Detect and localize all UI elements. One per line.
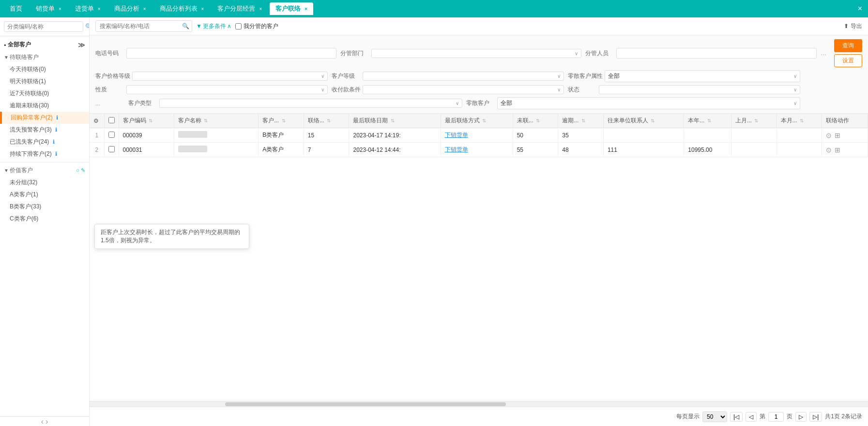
row-contact-person-2: 111 bbox=[603, 143, 684, 157]
grid-action-icon[interactable]: ⊞ bbox=[835, 146, 840, 154]
sidebar-item-declining[interactable]: 持续下滑客户(2) ℹ bbox=[0, 148, 89, 160]
sidebar-item-today[interactable]: 今天待联络(0) bbox=[0, 63, 89, 75]
row-contact-person-1 bbox=[603, 128, 684, 143]
settings-button[interactable]: 设置 bbox=[834, 54, 862, 67]
price-grade-select[interactable]: ∨ bbox=[132, 72, 328, 81]
edit-icon[interactable]: ○ ✎ bbox=[76, 167, 85, 174]
window-close-icon[interactable]: × bbox=[858, 4, 862, 13]
customer-grade-select[interactable]: ∨ bbox=[363, 72, 564, 81]
person-input[interactable] bbox=[616, 48, 817, 59]
first-page-btn[interactable]: |◁ bbox=[730, 412, 743, 422]
sidebar-item-class-a[interactable]: A类客户(1) bbox=[0, 189, 89, 201]
page-input[interactable] bbox=[768, 412, 784, 422]
search-icon[interactable]: 🔍 bbox=[182, 23, 189, 29]
customer-type-select[interactable]: ∨ bbox=[159, 99, 462, 108]
close-icon[interactable]: × bbox=[259, 6, 262, 12]
sidebar-scroll-left[interactable]: ‹ bbox=[41, 417, 44, 426]
sidebar-item-abnormal-wrap: 回购异常客户(2) ℹ bbox=[0, 112, 89, 124]
row-select-checkbox[interactable] bbox=[108, 146, 115, 152]
close-icon[interactable]: × bbox=[305, 6, 307, 12]
nav-tab-customer-contact[interactable]: 客户联络 × bbox=[270, 2, 313, 15]
search-wrap: 🔍 bbox=[95, 20, 192, 32]
more-conditions-btn[interactable]: ▼ 更多条件 ∧ bbox=[196, 22, 231, 30]
next-page-btn[interactable]: ▷ bbox=[795, 412, 807, 422]
sort-icon[interactable]: ⇅ bbox=[149, 118, 152, 123]
settings-icon[interactable]: ⚙ bbox=[93, 118, 99, 124]
sidebar-item-tomorrow[interactable]: 明天待联络(1) bbox=[0, 75, 89, 88]
collapse-icon[interactable]: ≫ bbox=[78, 41, 85, 49]
info-icon[interactable]: ℹ bbox=[56, 115, 58, 120]
search-icon[interactable]: 🔍 bbox=[85, 23, 90, 30]
select-all-checkbox[interactable] bbox=[108, 117, 115, 123]
close-icon[interactable]: × bbox=[98, 6, 101, 12]
retail-attr-select[interactable]: 全部 ∨ bbox=[605, 70, 800, 82]
sidebar-scroll-right[interactable]: › bbox=[46, 417, 48, 426]
contact-method-link[interactable]: 下销货单 bbox=[445, 132, 468, 138]
nature-select[interactable]: ∨ bbox=[126, 85, 328, 94]
prev-page-btn[interactable]: ◁ bbox=[746, 412, 757, 422]
info-icon[interactable]: ℹ bbox=[55, 127, 57, 132]
search-input[interactable] bbox=[95, 20, 192, 32]
dept-select[interactable]: ∨ bbox=[371, 49, 581, 58]
row-select-checkbox[interactable] bbox=[108, 132, 115, 138]
sidebar-item-class-c[interactable]: C类客户(6) bbox=[0, 213, 89, 225]
status-select[interactable]: ∨ bbox=[599, 85, 800, 94]
sort-icon[interactable]: ⇅ bbox=[282, 118, 286, 123]
close-icon[interactable]: × bbox=[201, 6, 204, 12]
sort-icon[interactable]: ⇅ bbox=[707, 118, 711, 123]
row-code-2: 000031 bbox=[119, 143, 174, 157]
sort-icon[interactable]: ⇅ bbox=[651, 118, 655, 123]
retail-customer-select[interactable]: 全部 ∨ bbox=[497, 97, 800, 109]
sidebar-item-ungrouped[interactable]: 未分组(32) bbox=[0, 176, 89, 189]
nav-tab-analysis[interactable]: 商品分析 × bbox=[108, 2, 152, 15]
caret-icon: ∨ bbox=[321, 87, 324, 92]
nav-tab-home[interactable]: 首页 bbox=[4, 2, 28, 15]
phone-input[interactable] bbox=[126, 48, 336, 59]
total-label: 共1页 2条记录 bbox=[825, 412, 862, 421]
sort-icon[interactable]: ⇅ bbox=[204, 118, 208, 123]
sort-icon[interactable]: ⇅ bbox=[391, 118, 395, 123]
sidebar-item-loss-warning[interactable]: 流失预警客户(3) ℹ bbox=[0, 124, 89, 136]
nav-tab-customer-segment[interactable]: 客户分层经营 × bbox=[212, 2, 268, 15]
sidebar-item-class-b[interactable]: B类客户(33) bbox=[0, 201, 89, 213]
close-icon[interactable]: × bbox=[59, 6, 61, 12]
sidebar-item-lost[interactable]: 已流失客户(24) ℹ bbox=[0, 136, 89, 148]
last-page-btn[interactable]: ▷| bbox=[809, 412, 822, 422]
person-dots-icon[interactable]: … bbox=[821, 50, 826, 57]
horizontal-scrollbar[interactable] bbox=[90, 401, 868, 407]
more-dots[interactable]: ... bbox=[95, 100, 100, 107]
sort-icon[interactable]: ⇅ bbox=[482, 118, 486, 123]
sidebar-search: 🔍 bbox=[0, 17, 89, 36]
my-customer-checkbox-wrap[interactable]: 我分管的客户 bbox=[235, 22, 278, 30]
sort-icon[interactable]: ⇅ bbox=[327, 118, 331, 123]
sort-icon[interactable]: ⇅ bbox=[754, 118, 758, 123]
nav-tab-sales[interactable]: 销货单 × bbox=[30, 2, 67, 15]
info-icon[interactable]: ℹ bbox=[53, 139, 55, 145]
payment-select[interactable]: ∨ bbox=[363, 85, 564, 94]
sidebar-item-abnormal[interactable]: 回购异常客户(2) ℹ bbox=[0, 112, 89, 124]
sidebar-section-waiting[interactable]: ▼ 待联络客户 bbox=[0, 51, 89, 63]
nav-tab-purchase[interactable]: 进货单 × bbox=[69, 2, 107, 15]
sort-icon[interactable]: ⇅ bbox=[800, 118, 804, 123]
contact-method-link[interactable]: 下销货单 bbox=[445, 146, 468, 153]
sort-icon[interactable]: ⇅ bbox=[536, 118, 540, 123]
page-size-select[interactable]: 50 100 200 bbox=[702, 411, 727, 422]
sidebar-item-overdue[interactable]: 逾期未联络(30) bbox=[0, 100, 89, 112]
caret-icon: ∨ bbox=[456, 101, 459, 106]
sidebar-group-all-customers[interactable]: ▪ 全部客户 ≫ bbox=[0, 38, 89, 51]
ext-filter-row-1: 电话号码 分管部门 ∨ 分管人员 … 查询 设置 bbox=[95, 39, 862, 67]
link-action-icon[interactable]: ⊙ bbox=[826, 146, 832, 154]
query-button[interactable]: 查询 bbox=[834, 39, 862, 52]
category-search-input[interactable] bbox=[4, 21, 83, 32]
link-action-icon[interactable]: ⊙ bbox=[826, 132, 832, 139]
export-button[interactable]: ⬆ 导出 bbox=[844, 22, 862, 30]
sidebar-section-value[interactable]: ▼ 价值客户 ○ ✎ bbox=[0, 164, 89, 176]
sort-icon[interactable]: ⇅ bbox=[581, 118, 585, 123]
close-icon[interactable]: × bbox=[143, 6, 146, 12]
scrollbar-thumb[interactable] bbox=[225, 402, 506, 406]
my-customer-checkbox[interactable] bbox=[235, 23, 242, 29]
nav-tab-analysis-list[interactable]: 商品分析列表 × bbox=[154, 2, 210, 15]
info-icon[interactable]: ℹ bbox=[55, 151, 57, 157]
grid-action-icon[interactable]: ⊞ bbox=[835, 132, 840, 139]
sidebar-item-7days[interactable]: 近7天待联络(0) bbox=[0, 88, 89, 100]
